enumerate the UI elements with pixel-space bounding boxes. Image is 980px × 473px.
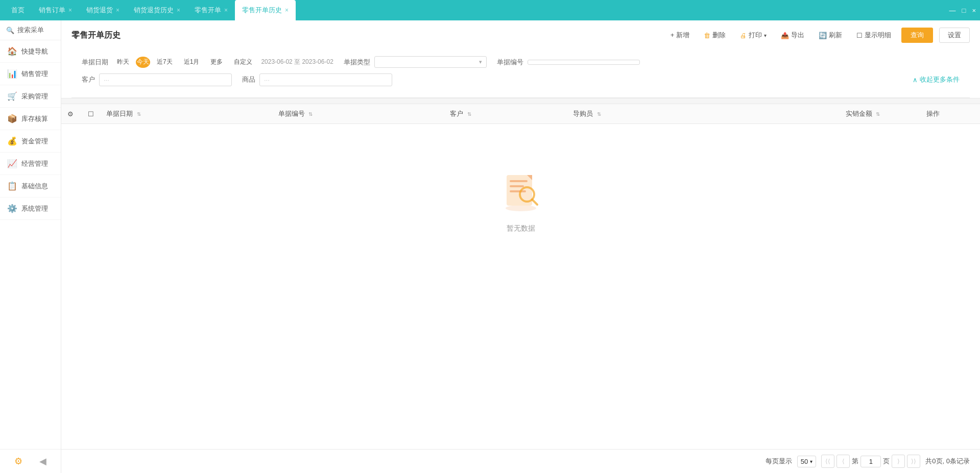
display-detail-button[interactable]: ☐ 显示明细 xyxy=(852,29,895,42)
first-page-btn[interactable]: ⟨⟨ xyxy=(821,455,834,468)
table-checkbox[interactable]: ☐ xyxy=(88,110,94,118)
th-date-label: 单据日期 xyxy=(106,110,133,117)
table-checkbox-col[interactable]: ☐ xyxy=(82,104,100,124)
sidebar-item-basic-info[interactable]: 📋 基础信息 xyxy=(0,175,61,197)
tab-sales-order[interactable]: 销售订单 × xyxy=(32,0,79,20)
empty-text: 暂无数据 xyxy=(507,224,535,233)
date-btn-custom[interactable]: 自定义 xyxy=(229,56,257,68)
page-input[interactable] xyxy=(861,456,881,467)
delete-icon: 🗑 xyxy=(704,32,710,39)
type-filter-label: 单据类型 xyxy=(344,58,370,67)
query-button[interactable]: 查询 xyxy=(901,28,933,43)
page-size-select[interactable]: 50 ▾ xyxy=(797,456,816,467)
type-filter-select[interactable]: ▾ xyxy=(374,56,487,68)
th-number-sort-icon: ⇅ xyxy=(308,111,313,117)
sidebar-item-sales-mgmt[interactable]: 📊 销售管理 xyxy=(0,63,61,85)
home-icon: 🏠 xyxy=(7,46,17,56)
svg-point-0 xyxy=(506,205,536,211)
page-label: 第 xyxy=(852,457,858,466)
page-title: 零售开单历史 xyxy=(71,30,121,41)
window-controls: — □ × xyxy=(949,7,976,14)
tab-sales-return-close[interactable]: × xyxy=(116,7,119,14)
tab-retail-open-history-label: 零售开单历史 xyxy=(242,6,282,15)
sidebar-item-operations[interactable]: 📈 经营管理 xyxy=(0,153,61,175)
th-amount[interactable]: 实销金额 ⇅ xyxy=(714,104,887,124)
sidebar-item-inventory[interactable]: 📦 库存核算 xyxy=(0,108,61,130)
print-button[interactable]: 🖨 打印 ▾ xyxy=(736,29,771,42)
refresh-button[interactable]: 🔄 刷新 xyxy=(815,29,846,42)
per-page-label: 每页显示 xyxy=(766,457,792,466)
th-customer-label: 客户 xyxy=(450,110,463,117)
th-salesperson[interactable]: 导购员 ⇅ xyxy=(567,104,714,124)
sidebar-item-basic-info-label: 基础信息 xyxy=(21,182,48,191)
th-action: 操作 xyxy=(886,104,980,124)
export-button[interactable]: 📤 导出 xyxy=(777,29,808,42)
sidebar-item-operations-label: 经营管理 xyxy=(21,159,48,168)
sidebar-item-purchase-mgmt[interactable]: 🛒 采购管理 xyxy=(0,85,61,108)
page-size-value: 50 xyxy=(801,458,808,465)
date-btn-yesterday[interactable]: 昨天 xyxy=(112,56,134,68)
pagination-nav: ⟨⟨ ⟨ 第 页 ⟩ ⟩⟩ xyxy=(821,455,920,468)
tab-sales-order-close[interactable]: × xyxy=(68,7,72,14)
sidebar-settings-icon[interactable]: ⚙ xyxy=(14,456,22,467)
sidebar-item-quick-nav[interactable]: 🏠 快捷导航 xyxy=(0,40,61,63)
prev-page-btn[interactable]: ⟨ xyxy=(836,455,850,468)
page-unit: 页 xyxy=(883,457,890,466)
th-customer[interactable]: 客户 ⇅ xyxy=(444,104,567,124)
date-btn-more[interactable]: 更多 xyxy=(206,56,227,68)
tab-retail-open-close[interactable]: × xyxy=(224,7,228,14)
window-minimize[interactable]: — xyxy=(949,7,956,14)
delete-button[interactable]: 🗑 删除 xyxy=(700,29,730,42)
last-page-btn[interactable]: ⟩⟩ xyxy=(907,455,920,468)
goods-filter-input[interactable]: ··· xyxy=(259,73,392,86)
settings-button[interactable]: 设置 xyxy=(939,28,970,43)
number-filter-group: 单据编号 xyxy=(497,58,640,67)
sidebar-item-system-mgmt-label: 系统管理 xyxy=(21,204,48,213)
print-button-label: 打印 xyxy=(749,31,762,40)
tab-retail-open-history-close[interactable]: × xyxy=(285,7,289,14)
empty-state: 暂无数据 xyxy=(61,124,980,274)
tab-retail-open[interactable]: 零售开单 × xyxy=(187,0,235,20)
table-settings-icon[interactable]: ⚙ xyxy=(67,110,74,118)
sidebar-item-system-mgmt[interactable]: ⚙️ 系统管理 xyxy=(0,197,61,220)
window-close[interactable]: × xyxy=(972,7,976,14)
goods-filter-group: 商品 ··· xyxy=(242,73,392,86)
date-btn-1month[interactable]: 近1月 xyxy=(179,56,204,68)
customer-placeholder: ··· xyxy=(104,76,109,84)
th-number[interactable]: 单据编号 ⇅ xyxy=(272,104,444,124)
sidebar-item-inventory-label: 库存核算 xyxy=(21,114,48,123)
sidebar-search[interactable]: 🔍 搜索采单 xyxy=(0,20,61,40)
customer-filter-group: 客户 ··· xyxy=(82,73,232,86)
th-date[interactable]: 单据日期 ⇅ xyxy=(100,104,272,124)
date-btn-7days[interactable]: 近7天 xyxy=(152,56,177,68)
collapse-button[interactable]: ∧ 收起更多条件 xyxy=(913,73,960,86)
tab-sales-return[interactable]: 销货退货 × xyxy=(79,0,127,20)
th-salesperson-sort-icon: ⇅ xyxy=(597,111,601,117)
table-settings-col[interactable]: ⚙ xyxy=(61,104,82,124)
number-filter-input[interactable] xyxy=(528,60,640,65)
toolbar: + 新增 🗑 删除 🖨 打印 ▾ 📤 导出 xyxy=(666,28,970,43)
tab-sales-return-history[interactable]: 销货退货历史 × xyxy=(127,0,187,20)
customer-filter-input[interactable]: ··· xyxy=(99,73,232,86)
checkbox-icon: ☐ xyxy=(856,32,863,39)
sidebar-item-finance[interactable]: 💰 资金管理 xyxy=(0,130,61,153)
tab-retail-open-history[interactable]: 零售开单历史 × xyxy=(235,0,296,20)
page-header: 零售开单历史 + 新增 🗑 删除 🖨 打印 ▾ 📤 xyxy=(61,20,980,98)
tab-sales-return-history-close[interactable]: × xyxy=(177,7,180,14)
tab-home[interactable]: 首页 xyxy=(4,0,32,20)
export-icon: 📤 xyxy=(781,32,789,39)
svg-rect-3 xyxy=(510,185,524,187)
empty-illustration xyxy=(495,165,546,216)
sidebar: 🔍 搜索采单 🏠 快捷导航 📊 销售管理 🛒 采购管理 📦 库存核算 💰 资金管… xyxy=(0,20,61,473)
th-customer-sort-icon: ⇅ xyxy=(467,111,471,117)
next-page-btn[interactable]: ⟩ xyxy=(892,455,905,468)
pagination-bar: 每页显示 50 ▾ ⟨⟨ ⟨ 第 页 ⟩ ⟩⟩ 共0页, 0条记录 xyxy=(61,449,980,473)
sidebar-collapse-icon[interactable]: ◀ xyxy=(39,456,46,467)
page-title-row: 零售开单历史 + 新增 🗑 删除 🖨 打印 ▾ 📤 xyxy=(71,28,970,43)
date-btn-today[interactable]: 今天 xyxy=(136,57,150,68)
date-buttons: 昨天 今天 近7天 近1月 更多 自定义 xyxy=(112,56,257,68)
window-maximize[interactable]: □ xyxy=(962,7,966,14)
th-action-label: 操作 xyxy=(926,110,940,117)
goods-filter-label: 商品 xyxy=(242,75,255,84)
add-button[interactable]: + 新增 xyxy=(666,29,694,42)
